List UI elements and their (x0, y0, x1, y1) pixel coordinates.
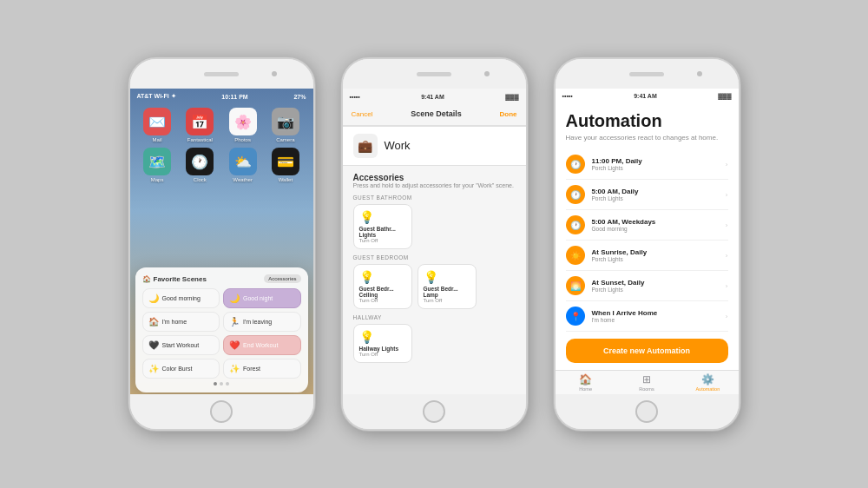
app-weather[interactable]: ⛅ Weather (224, 148, 261, 182)
app-wallet[interactable]: 💳 Wallet (266, 148, 304, 182)
scene-color-burst[interactable]: ✨ Color Burst (142, 359, 220, 379)
bedroom-lamp-status: Turn Off (424, 298, 470, 303)
room-hallway: HALLWAY 💡 Hallway Lights Turn Off (343, 312, 526, 366)
phone-1: AT&T Wi-Fi ✦ 10:11 PM 27% ✉️ Mail 📅 Fant… (128, 57, 315, 431)
scene-name-section: 💼 Work (343, 126, 526, 166)
app-maps[interactable]: 🗺️ Maps (139, 148, 176, 182)
auto-icon-4: 🌅 (566, 276, 585, 295)
im-home-label: I'm home (162, 319, 187, 325)
auto-item-1[interactable]: 🕐 5:00 AM, Daily Porch Lights › (566, 180, 728, 210)
end-workout-label: End Workout (243, 342, 278, 348)
scenes-dots (142, 382, 301, 386)
app-fantastical[interactable]: 📅 Fantastical (181, 108, 219, 142)
acc-tile-bath-lights[interactable]: 💡 Guest Bathr... Lights Turn Off (353, 204, 412, 249)
chevron-5: › (726, 313, 728, 320)
battery-1: 27% (293, 94, 306, 100)
acc-tile-bedroom-ceiling[interactable]: 💡 Guest Bedr... Ceiling Turn Off (353, 264, 412, 309)
hallway-label: HALLWAY (353, 314, 516, 320)
accessories-subtitle: Press and hold to adjust accessories for… (353, 182, 516, 188)
acc-tile-hallway-lights[interactable]: 💡 Hallway Lights Turn Off (353, 324, 412, 363)
auto-icon-5: 📍 (566, 307, 585, 326)
app-photos[interactable]: 🌸 Photos (224, 108, 261, 142)
weather-label: Weather (233, 177, 253, 182)
auto-item-5[interactable]: 📍 When I Arrive Home I'm home › (566, 301, 728, 332)
fantastical-icon: 📅 (186, 108, 214, 135)
auto-text-0: 11:00 PM, Daily Porch Lights (592, 157, 719, 171)
auto-icon-3: ☀️ (566, 246, 585, 265)
auto-time-2: 5:00 AM, Weekdays (592, 218, 719, 226)
scenes-title-text: Favorite Scenes (154, 275, 207, 283)
automation-tab-label: Automation (695, 386, 720, 392)
scene-start-workout[interactable]: 🖤 Start Workout (142, 335, 220, 355)
scene-good-night[interactable]: 🌙 Good night (223, 288, 301, 308)
dots-2: ••••• (350, 94, 360, 100)
clock-label: Clock (194, 177, 207, 182)
mail-label: Mail (153, 137, 162, 142)
phone-1-screen: AT&T Wi-Fi ✦ 10:11 PM 27% ✉️ Mail 📅 Fant… (130, 89, 313, 394)
camera-dot-3 (697, 71, 702, 76)
auto-item-2[interactable]: 🕐 5:00 AM, Weekdays Good morning › (566, 210, 728, 241)
acc-tile-bedroom-lamp[interactable]: 💡 Guest Bedr... Lamp Turn Off (418, 264, 477, 309)
fantastical-label: Fantastical (187, 137, 213, 142)
dot-2 (220, 382, 223, 386)
chevron-0: › (726, 161, 728, 168)
scenes-title-row: 🏠 Favorite Scenes (142, 275, 207, 283)
scene-good-morning[interactable]: 🌙 Good morning (142, 288, 220, 308)
rooms-tab-icon: ⊞ (642, 373, 651, 386)
wallet-label: Wallet (279, 177, 293, 182)
chevron-1: › (726, 191, 728, 199)
automation-content: Automation Have your accessories react t… (556, 101, 739, 332)
phone-1-bottom (130, 394, 313, 429)
end-workout-icon: ❤️ (229, 340, 240, 350)
home-button-3[interactable] (635, 400, 658, 423)
cancel-button[interactable]: Cancel (352, 110, 373, 118)
chevron-2: › (726, 221, 728, 229)
scene-end-workout[interactable]: ❤️ End Workout (223, 335, 301, 355)
dot-1 (214, 382, 217, 386)
auto-item-0[interactable]: 🕐 11:00 PM, Daily Porch Lights › (566, 149, 728, 180)
scene-im-leaving[interactable]: 🏃 I'm leaving (223, 312, 301, 332)
forest-label: Forest (243, 366, 260, 372)
scene-details-title: Scene Details (411, 109, 462, 118)
scene-im-home[interactable]: 🏠 I'm home (142, 312, 220, 332)
app-mail[interactable]: ✉️ Mail (139, 108, 176, 142)
color-burst-icon: ✨ (148, 364, 159, 373)
guest-bathroom-label: GUEST BATHROOM (353, 195, 516, 201)
tab-home[interactable]: 🏠 Home (556, 371, 616, 394)
tab-rooms[interactable]: ⊞ Rooms (616, 371, 677, 394)
auto-text-2: 5:00 AM, Weekdays Good morning (592, 218, 719, 232)
auto-item-3[interactable]: ☀️ At Sunrise, Daily Porch Lights › (566, 241, 728, 271)
home-button-1[interactable] (210, 400, 233, 423)
camera-dot (272, 71, 277, 76)
app-clock[interactable]: 🕐 Clock (181, 148, 219, 182)
battery-3: ▓▓▓ (718, 93, 731, 99)
bedroom-ceiling-name: Guest Bedr... Ceiling (359, 286, 406, 298)
create-automation-button[interactable]: Create new Automation (566, 339, 728, 363)
auto-item-4[interactable]: 🌅 At Sunset, Daily Porch Lights › (566, 271, 728, 301)
mail-icon: ✉️ (143, 108, 171, 135)
bath-lights-icon: 💡 (359, 210, 406, 224)
wallet-icon: 💳 (272, 148, 299, 175)
accessories-button[interactable]: Accessories (264, 274, 300, 283)
hallway-lights-status: Turn Off (359, 352, 406, 357)
app-camera[interactable]: 📷 Camera (266, 108, 304, 142)
good-morning-label: Good morning (162, 295, 201, 301)
battery-2: ▓▓▓ (505, 94, 518, 100)
room-guest-bedroom: GUEST BEDROOM 💡 Guest Bedr... Ceiling Tu… (343, 252, 526, 312)
im-home-icon: 🏠 (148, 317, 159, 326)
home-button-2[interactable] (423, 400, 445, 423)
bedroom-lamp-icon: 💡 (424, 270, 470, 284)
im-leaving-label: I'm leaving (243, 319, 272, 325)
clock-icon: 🕐 (186, 148, 214, 175)
auto-time-4: At Sunset, Daily (592, 279, 719, 287)
im-leaving-icon: 🏃 (229, 317, 240, 326)
auto-place-5: I'm home (592, 317, 719, 323)
auto-place-2: Good morning (592, 226, 719, 232)
dot-3 (226, 382, 229, 386)
scene-forest[interactable]: ✨ Forest (223, 359, 301, 379)
tab-automation[interactable]: ⚙️ Automation (677, 371, 738, 394)
phone-1-top (130, 59, 313, 89)
hallway-tiles: 💡 Hallway Lights Turn Off (353, 324, 516, 363)
auto-time-5: When I Arrive Home (592, 309, 719, 317)
done-button[interactable]: Done (500, 110, 517, 118)
